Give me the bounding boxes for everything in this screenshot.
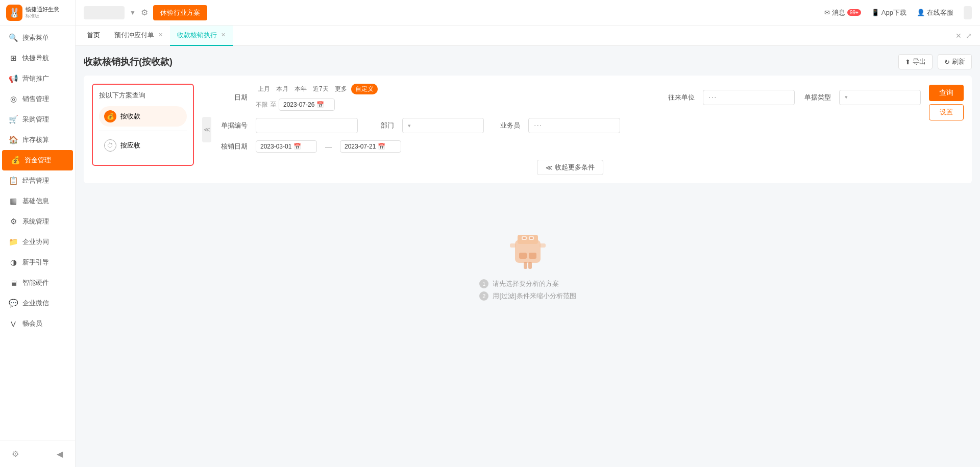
message-button[interactable]: ✉ 消息 99+ xyxy=(824,8,861,17)
tip-text-2: 用[过滤]条件来缩小分析范围 xyxy=(493,291,576,301)
page-header: 收款核销执行(按收款) ⬆ 导出 ↻ 刷新 xyxy=(84,54,972,69)
date-row-wrapper: 上月 本月 本年 近7天 更多 自定义 不限 xyxy=(256,84,378,111)
sidebar-item-库存核算[interactable]: 🏠库存核算 xyxy=(0,130,75,150)
refresh-button[interactable]: ↻ 刷新 xyxy=(938,54,972,69)
date-quick-btns: 上月 本月 本年 近7天 更多 自定义 xyxy=(256,84,378,94)
filter-collapse-button[interactable]: ≪ xyxy=(202,117,211,142)
sidebar-label-智能硬件: 智能硬件 xyxy=(22,278,49,287)
sidebar-item-企业协同[interactable]: 📁企业协同 xyxy=(0,232,75,252)
message-icon: ✉ xyxy=(824,9,830,16)
sidebar-item-新手引导[interactable]: ◑新手引导 xyxy=(0,252,75,273)
app-download-button[interactable]: 📱 App下载 xyxy=(871,8,906,17)
sidebar-icon-资金管理: 💰 xyxy=(10,155,20,165)
date-btn-last-month[interactable]: 上月 xyxy=(256,84,272,94)
filter-divider xyxy=(99,131,187,131)
tab-expand-icon[interactable]: ⤢ xyxy=(966,32,972,40)
tab-close-all-icon[interactable]: ✕ xyxy=(955,32,962,40)
staff-select[interactable]: ··· xyxy=(528,118,620,133)
tab-prepay[interactable]: 预付冲应付单 ✕ xyxy=(107,26,170,46)
sidebar-item-搜索菜单[interactable]: 🔍搜索菜单 xyxy=(0,28,75,48)
date-no-limit-label: 不限 xyxy=(256,101,268,109)
sidebar-item-企业微信[interactable]: 💬企业微信 xyxy=(0,293,75,313)
form-settings-button[interactable]: 设置 xyxy=(929,104,964,120)
filter-row-1: 日期 上月 本月 本年 近7天 更多 xyxy=(219,84,921,111)
date-btn-this-year[interactable]: 本年 xyxy=(292,84,309,94)
tab-collection-close-icon[interactable]: ✕ xyxy=(221,32,226,38)
bill-type-select[interactable]: ▾ xyxy=(839,90,921,105)
filter-panel-title: 按以下方案查询 xyxy=(99,91,187,100)
date-field: 上月 本月 本年 近7天 更多 自定义 不限 xyxy=(256,84,658,111)
app-version: 标准版 xyxy=(26,13,59,19)
staff-dots: ··· xyxy=(534,121,542,130)
verify-date-end-value: 2023-07-21 xyxy=(345,143,376,150)
svg-rect-5 xyxy=(530,237,533,239)
user-avatar[interactable] xyxy=(964,6,972,19)
sidebar-item-资金管理[interactable]: 💰资金管理 xyxy=(2,150,73,170)
filter-option-by-collection[interactable]: 💰 按收款 xyxy=(99,106,187,127)
collapse-more-label: 收起更多条件 xyxy=(555,163,595,172)
date-btn-custom[interactable]: 自定义 xyxy=(351,84,378,94)
sidebar-icon-畅会员: V xyxy=(8,318,18,329)
date-row-inner: 上月 本月 本年 近7天 更多 自定义 不限 xyxy=(256,84,378,111)
date-btn-7days[interactable]: 近7天 xyxy=(311,84,331,94)
dept-select[interactable]: ▾ xyxy=(402,118,484,133)
tab-collection-label: 收款核销执行 xyxy=(177,31,217,40)
sidebar-item-畅会员[interactable]: V畅会员 xyxy=(0,313,75,334)
topbar: ▼ ⚙ 休验行业方案 ✉ 消息 99+ 📱 App下载 👤 在线客服 xyxy=(76,0,980,26)
sidebar-icon-新手引导: ◑ xyxy=(8,257,18,267)
svg-rect-8 xyxy=(510,243,516,248)
svg-rect-1 xyxy=(518,235,538,244)
sidebar-item-快捷导航[interactable]: ⊞快捷导航 xyxy=(0,48,75,68)
sidebar-item-销售管理[interactable]: ◎销售管理 xyxy=(0,89,75,109)
date-btn-this-month[interactable]: 本月 xyxy=(274,84,290,94)
date-end-input[interactable]: 2023-07-26 📅 xyxy=(279,99,335,111)
filter-left-panel: 按以下方案查询 💰 按收款 ⏱ 按应收 xyxy=(92,84,194,175)
verify-date-end-input[interactable]: 2023-07-21 📅 xyxy=(340,140,401,153)
verify-date-start-value: 2023-03-01 xyxy=(260,143,291,150)
date-btn-more[interactable]: 更多 xyxy=(333,84,349,94)
verify-date-start-input[interactable]: 2023-03-01 📅 xyxy=(256,140,317,153)
sidebar-label-营销推广: 营销推广 xyxy=(22,74,49,83)
sidebar-nav: 🔍搜索菜单⊞快捷导航📢营销推广◎销售管理🛒采购管理🏠库存核算💰资金管理📋经营管理… xyxy=(0,26,75,440)
topbar-chevron-icon[interactable]: ▼ xyxy=(130,9,136,16)
partner-select[interactable]: ··· xyxy=(703,90,795,105)
partner-label: 往来单位 xyxy=(667,93,695,102)
sidebar-item-智能硬件[interactable]: 🖥智能硬件 xyxy=(0,273,75,293)
tab-prepay-close-icon[interactable]: ✕ xyxy=(158,32,163,38)
sidebar-bottom: ⚙ ◀ xyxy=(0,440,75,467)
filter-area: 按以下方案查询 💰 按收款 ⏱ 按应收 ≪ xyxy=(84,76,972,183)
sidebar-label-企业微信: 企业微信 xyxy=(22,299,49,308)
online-service-button[interactable]: 👤 在线客服 xyxy=(917,8,953,17)
verify-calendar-end-icon: 📅 xyxy=(378,143,385,150)
tab-home[interactable]: 首页 xyxy=(80,26,107,46)
tab-collection[interactable]: 收款核销执行 ✕ xyxy=(170,26,233,46)
query-button[interactable]: 查询 xyxy=(929,85,964,101)
settings-icon[interactable]: ⚙ xyxy=(8,447,22,461)
collapse-chevron-icon: ≪ xyxy=(546,164,553,171)
page-title: 收款核销执行(按收款) xyxy=(84,56,173,68)
filter-option-by-receivable[interactable]: ⏱ 按应收 xyxy=(99,135,187,156)
sidebar-icon-经营管理: 📋 xyxy=(8,176,18,186)
logo-icon: 🐰 xyxy=(6,5,22,21)
solution-button[interactable]: 休验行业方案 xyxy=(153,5,207,20)
svg-rect-4 xyxy=(523,237,526,239)
calendar-icon: 📅 xyxy=(316,101,324,108)
sidebar-label-资金管理: 资金管理 xyxy=(24,156,51,165)
sidebar-label-搜索菜单: 搜索菜单 xyxy=(22,33,49,42)
bill-no-input[interactable] xyxy=(256,118,358,133)
sidebar-item-营销推广[interactable]: 📢营销推广 xyxy=(0,68,75,89)
svg-rect-9 xyxy=(540,243,546,248)
sidebar-item-基础信息[interactable]: ▦基础信息 xyxy=(0,191,75,211)
refresh-icon: ↻ xyxy=(944,58,950,66)
export-button[interactable]: ⬆ 导出 xyxy=(898,54,933,69)
topbar-gear-icon[interactable]: ⚙ xyxy=(141,8,148,17)
collapse-sidebar-icon[interactable]: ◀ xyxy=(53,447,67,461)
tip-num-2: 2 xyxy=(479,291,488,301)
sidebar-item-采购管理[interactable]: 🛒采购管理 xyxy=(0,109,75,130)
topbar-right: ✉ 消息 99+ 📱 App下载 👤 在线客服 xyxy=(824,6,972,19)
online-service-label: 在线客服 xyxy=(927,8,953,17)
sidebar-item-经营管理[interactable]: 📋经营管理 xyxy=(0,170,75,191)
sidebar-item-系统管理[interactable]: ⚙系统管理 xyxy=(0,211,75,232)
collapse-more-button[interactable]: ≪ 收起更多条件 xyxy=(537,160,603,175)
staff-label: 业务员 xyxy=(492,121,520,130)
